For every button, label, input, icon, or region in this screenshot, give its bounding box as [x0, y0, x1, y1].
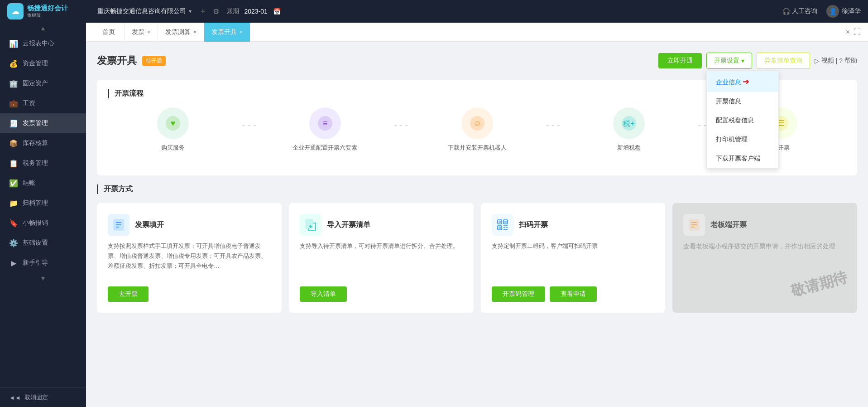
tab-fapiao-cesuan[interactable]: 发票测算 × — [158, 23, 204, 42]
chart-icon: 📊 — [9, 39, 18, 48]
maximize-button[interactable]: ⛶ — [854, 28, 861, 36]
method-desc-1: 支持按照发票样式手工填开发票；可开具增值税电子普通发票、增值税普通发票、增值税专… — [108, 241, 271, 277]
sidebar-item-fapiao[interactable]: 🧾 发票管理 — [0, 113, 86, 133]
tab-cesuan-label: 发票测算 — [165, 28, 191, 36]
sidebar-scroll-down[interactable]: ▼ — [0, 273, 86, 284]
abnormal-list-button[interactable]: 异常清单查询 — [757, 53, 810, 69]
method-card-import: 导入开票清单 支持导入待开票清单，可对待开票清单进行拆分、合并处理。 导入清单 — [289, 203, 474, 313]
method-btns-3: 开票码管理 查看申请 — [492, 286, 655, 302]
page-header: 发票开具 待开通 立即开通 开票设置 ▾ — [97, 53, 857, 69]
video-label[interactable]: 视频 — [821, 57, 834, 65]
svg-rect-18 — [504, 221, 507, 223]
logo-area: ☁ 畅捷通好会计 旗舰版 — [7, 3, 86, 19]
sidebar-item-label: 归档管理 — [23, 199, 48, 207]
calendar-icon[interactable]: 📅 — [273, 8, 281, 15]
method-card-fillopen: 发票填开 支持按照发票样式手工填开发票；可开具增值税电子普通发票、增值税普通发票… — [97, 203, 282, 313]
play-icon: ▶ — [9, 258, 18, 267]
sidebar-item-label: 工资 — [23, 99, 35, 107]
svg-rect-16 — [499, 221, 501, 223]
method-btn-2[interactable]: 导入清单 — [300, 286, 347, 302]
step-1-label: 购买服务 — [161, 144, 185, 152]
settings-button[interactable]: 开票设置 ▾ — [706, 53, 752, 69]
user-info[interactable]: 👤 徐泽华 — [826, 5, 861, 18]
sidebar-item-yunbaobiao[interactable]: 📊 云报表中心 — [0, 34, 86, 53]
sidebar-item-shuiwu[interactable]: 📋 税务管理 — [0, 153, 86, 173]
method-title-1: 发票填开 — [135, 220, 164, 230]
sidebar: ▲ 📊 云报表中心 💰 资金管理 🏢 固定资产 💼 工资 🧾 发票管理 — [0, 23, 86, 407]
method-btn-1[interactable]: 去开票 — [108, 286, 149, 302]
video-help-area: ▷ 视频 | ? 帮助 — [815, 57, 857, 65]
tab-home-label: 首页 — [102, 28, 115, 36]
app-container: ☁ 畅捷通好会计 旗舰版 重庆畅捷交通信息咨询有限公司 ▾ + ⚙ 账期 202… — [0, 0, 868, 407]
step-arrow-1: - - - — [242, 120, 256, 131]
method-header-1: 发票填开 — [108, 214, 271, 236]
sidebar-item-xiaochang[interactable]: 🔖 小畅报销 — [0, 213, 86, 233]
method-title-2: 导入开票清单 — [327, 220, 370, 230]
tab-fapiao-kaiju[interactable]: 发票开具 × — [204, 23, 250, 42]
step-4-icon: 税+ — [613, 107, 645, 139]
svg-text:♥: ♥ — [171, 119, 176, 128]
red-arrow-icon: ➜ — [743, 77, 749, 87]
dropdown-arrow-icon: ▾ — [741, 57, 744, 64]
dropdown-item-label: 配置税盘信息 — [716, 116, 754, 124]
sidebar-item-label: 新手引导 — [23, 259, 48, 267]
tabs-bar: 首页 发票 × 发票测算 × 发票开具 × × ⛶ — [86, 23, 868, 42]
sidebar-bottom: ◄◄ 取消固定 — [0, 388, 86, 407]
period-area: 账期 2023-01 📅 — [226, 7, 281, 15]
tab-home[interactable]: 首页 — [93, 23, 125, 42]
help-button[interactable]: 🎧 人工咨询 — [782, 7, 817, 15]
logo-text-block: 畅捷通好会计 旗舰版 — [27, 4, 68, 19]
pending-overlay: 敬请期待 — [788, 267, 849, 302]
sidebar-item-kucun[interactable]: 📦 库存核算 — [0, 133, 86, 153]
dropdown-item-label: 下载开票客户端 — [716, 155, 760, 162]
sidebar-scroll-up[interactable]: ▲ — [0, 23, 86, 34]
sidebar-item-label: 发票管理 — [23, 119, 48, 127]
sidebar-item-guidang[interactable]: 📁 归档管理 — [0, 193, 86, 213]
tab-close-icon[interactable]: × — [240, 29, 243, 35]
play-circle-icon: ▷ — [815, 57, 820, 64]
dropdown-item-printer[interactable]: 打印机管理 — [707, 130, 778, 149]
dropdown-item-invoice-info[interactable]: 开票信息 — [707, 92, 778, 111]
company-name: 重庆畅捷交通信息咨询有限公司 — [97, 7, 186, 15]
step-2: ≡ 企业开通配置开票六要素 — [260, 107, 391, 152]
method-icon-4 — [683, 214, 705, 236]
sidebar-item-label: 固定资产 — [23, 79, 48, 87]
sidebar-item-label: 基础设置 — [23, 239, 48, 247]
settings-icon[interactable]: ⚙ — [213, 7, 219, 16]
close-all-button[interactable]: × — [846, 28, 850, 36]
method-btn-3a[interactable]: 开票码管理 — [492, 286, 545, 302]
tab-close-icon[interactable]: × — [147, 29, 150, 35]
box-icon: 📦 — [9, 139, 18, 148]
sidebar-item-jiezhang[interactable]: ✅ 结账 — [0, 173, 86, 193]
logo-sub: 旗舰版 — [27, 12, 68, 19]
sidebar-item-jichushezhi[interactable]: ⚙️ 基础设置 — [0, 233, 86, 253]
settings-label: 开票设置 — [714, 57, 739, 65]
add-company-button[interactable]: + — [201, 7, 206, 16]
sidebar-item-label: 税务管理 — [23, 159, 48, 167]
user-name: 徐泽华 — [842, 7, 861, 15]
dropdown-item-tax-config[interactable]: 配置税盘信息 — [707, 111, 778, 130]
folder-icon: 📁 — [9, 199, 18, 208]
sidebar-item-gongzi[interactable]: 💼 工资 — [0, 93, 86, 113]
sidebar-item-gudingzichan[interactable]: 🏢 固定资产 — [0, 73, 86, 93]
dropdown-item-company[interactable]: 企业信息 ➜ — [707, 71, 778, 92]
main-area: ▲ 📊 云报表中心 💰 资金管理 🏢 固定资产 💼 工资 🧾 发票管理 — [0, 23, 868, 407]
dropdown-item-download-client[interactable]: 下载开票客户端 — [707, 149, 778, 168]
method-icon-2 — [300, 214, 321, 236]
tab-fapiao[interactable]: 发票 × — [125, 23, 158, 42]
cancel-fixed-label: 取消固定 — [24, 393, 48, 402]
period-label: 账期 — [226, 7, 239, 15]
divider: | — [836, 57, 838, 64]
tab-close-icon[interactable]: × — [193, 29, 197, 35]
activate-button[interactable]: 立即开通 — [658, 53, 702, 68]
sidebar-item-zijin[interactable]: 💰 资金管理 — [0, 53, 86, 73]
header-actions: 立即开通 开票设置 ▾ 企业信息 ➜ — [658, 53, 857, 69]
dropdown-item-label: 打印机管理 — [716, 136, 748, 143]
method-btn-3b[interactable]: 查看申请 — [550, 286, 597, 302]
cancel-fixed-button[interactable]: ◄◄ 取消固定 — [0, 388, 86, 407]
briefcase-icon: 💼 — [9, 99, 18, 108]
help-label[interactable]: 帮助 — [844, 57, 857, 65]
gear-icon: ⚙️ — [9, 238, 18, 247]
company-selector[interactable]: 重庆畅捷交通信息咨询有限公司 ▾ — [97, 7, 192, 15]
sidebar-item-xinshou[interactable]: ▶ 新手引导 — [0, 253, 86, 273]
